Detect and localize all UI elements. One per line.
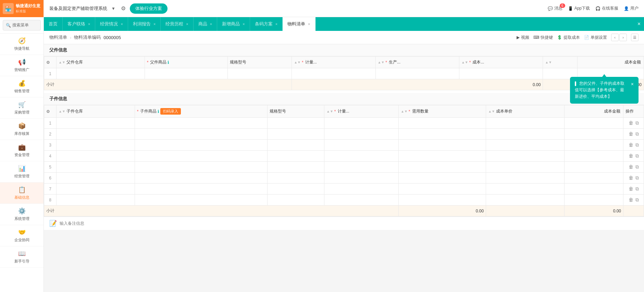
sidebar-item-ops[interactable]: 📊经营管理	[0, 161, 44, 183]
tab-customer[interactable]: 客户联络×	[63, 17, 95, 31]
delete-icon-6[interactable]: 🗑	[629, 175, 633, 181]
tab-barcode-close[interactable]: ×	[275, 22, 277, 26]
tab-newgoods[interactable]: 新增商品×	[217, 17, 250, 31]
copy-icon-1[interactable]: ⧉	[635, 120, 639, 126]
child-row-1-unit-cost[interactable]	[486, 118, 565, 129]
parent-row-1-spec[interactable]	[227, 68, 292, 79]
child-row-5-amount[interactable]	[564, 162, 623, 173]
child-row-8-product[interactable]	[135, 195, 267, 206]
delete-icon-7[interactable]: 🗑	[629, 186, 633, 192]
tab-history[interactable]: 经营历程×	[161, 17, 193, 31]
child-row-2-spec[interactable]	[267, 129, 324, 140]
copy-icon-3[interactable]: ⧉	[635, 142, 639, 148]
next-arrow-button[interactable]: ›	[619, 34, 627, 41]
sidebar-item-sales[interactable]: 💰销售管理	[0, 76, 44, 97]
system-dropdown-button[interactable]: ▼	[110, 5, 117, 12]
delete-icon-3[interactable]: 🗑	[629, 142, 633, 148]
child-row-7-amount[interactable]	[564, 184, 623, 195]
child-row-8-spec[interactable]	[267, 195, 324, 206]
sidebar-item-basic[interactable]: 📋基础信息	[0, 183, 44, 204]
child-row-2-unit-cost[interactable]	[486, 129, 565, 140]
child-row-3-spec[interactable]	[267, 140, 324, 151]
sidebar-item-purchase[interactable]: 🛒采购管理	[0, 97, 44, 119]
parent-row-1-unit[interactable]	[292, 68, 375, 79]
tab-bar-close-all[interactable]: ×	[634, 21, 644, 27]
sidebar-item-quicknav[interactable]: 🧭快捷导航	[0, 34, 44, 55]
delete-icon-2[interactable]: 🗑	[629, 131, 633, 137]
child-row-2-unit[interactable]	[324, 129, 399, 140]
child-row-7-spec[interactable]	[267, 184, 324, 195]
copy-icon-2[interactable]: ⧉	[635, 131, 639, 137]
child-row-3-unit[interactable]	[324, 140, 399, 151]
child-row-8-amount[interactable]	[564, 195, 623, 206]
parent-row-1-warehouse[interactable]	[57, 68, 145, 79]
trial-button[interactable]: 体验行业方案	[130, 3, 168, 14]
tab-goods[interactable]: 商品×	[194, 17, 217, 31]
child-row-1-amount[interactable]	[564, 118, 623, 129]
tab-history-close[interactable]: ×	[186, 22, 188, 26]
child-row-5-unit[interactable]	[324, 162, 399, 173]
tab-barcode[interactable]: 条码方案×	[250, 17, 283, 31]
search-menu-button[interactable]: 🔍 搜索菜单	[3, 20, 41, 31]
child-row-4-unit-cost[interactable]	[486, 151, 565, 162]
copy-icon-6[interactable]: ⧉	[635, 175, 639, 181]
child-row-6-qty[interactable]	[399, 173, 486, 184]
child-row-4-qty[interactable]	[399, 151, 486, 162]
child-row-7-unit[interactable]	[324, 184, 399, 195]
tab-goods-close[interactable]: ×	[210, 22, 212, 26]
copy-icon-7[interactable]: ⧉	[635, 186, 639, 192]
child-row-4-warehouse[interactable]	[57, 151, 135, 162]
child-row-1-unit[interactable]	[324, 118, 399, 129]
shortcut-button[interactable]: ⌨ 快捷键	[533, 35, 553, 40]
child-row-8-unit[interactable]	[324, 195, 399, 206]
child-row-2-qty[interactable]	[399, 129, 486, 140]
tab-biz[interactable]: 经营情况×	[95, 17, 128, 31]
delete-icon-1[interactable]: 🗑	[629, 120, 633, 126]
child-row-1-qty[interactable]	[399, 118, 486, 129]
child-row-4-unit[interactable]	[324, 151, 399, 162]
child-row-1-warehouse[interactable]	[57, 118, 135, 129]
child-row-8-warehouse[interactable]	[57, 195, 135, 206]
tab-home[interactable]: 首页	[44, 17, 63, 31]
scan-button[interactable]: 扫码录入	[160, 108, 181, 115]
tab-profit-close[interactable]: ×	[153, 22, 156, 26]
parent-row-1-cost[interactable]	[459, 68, 543, 79]
child-row-7-product[interactable]	[135, 184, 267, 195]
child-row-6-warehouse[interactable]	[57, 173, 135, 184]
child-gear-icon[interactable]: ⚙	[46, 109, 50, 114]
child-row-5-unit-cost[interactable]	[486, 162, 565, 173]
sidebar-item-system[interactable]: ⚙️系统管理	[0, 204, 44, 225]
sidebar-item-marketing[interactable]: 📢营销推广	[0, 55, 44, 76]
child-row-3-amount[interactable]	[564, 140, 623, 151]
tooltip-close-button[interactable]: ×	[631, 80, 634, 88]
tab-newgoods-close[interactable]: ×	[243, 22, 245, 26]
child-row-5-spec[interactable]	[267, 162, 324, 173]
tab-bom[interactable]: 物料清单×	[283, 17, 315, 31]
copy-icon-4[interactable]: ⧉	[635, 153, 639, 159]
tab-bom-close[interactable]: ×	[308, 22, 310, 26]
child-row-7-unit-cost[interactable]	[486, 184, 565, 195]
child-row-6-spec[interactable]	[267, 173, 324, 184]
child-row-1-spec[interactable]	[267, 118, 324, 129]
child-row-8-qty[interactable]	[399, 195, 486, 206]
child-row-7-qty[interactable]	[399, 184, 486, 195]
sidebar-item-inventory[interactable]: 📦库存核算	[0, 119, 44, 140]
view-video-button[interactable]: ▶ 视频	[517, 35, 529, 40]
menu-button[interactable]: ☰	[631, 34, 639, 41]
child-row-7-warehouse[interactable]	[57, 184, 135, 195]
delete-icon-5[interactable]: 🗑	[629, 164, 633, 170]
child-row-2-warehouse[interactable]	[57, 129, 135, 140]
settings-button[interactable]: ⚙	[120, 4, 127, 13]
app-download-button[interactable]: 📱 App下载	[568, 5, 590, 11]
child-row-3-unit-cost[interactable]	[486, 140, 565, 151]
child-row-8-unit-cost[interactable]	[486, 195, 565, 206]
child-row-3-warehouse[interactable]	[57, 140, 135, 151]
child-row-6-amount[interactable]	[564, 173, 623, 184]
sidebar-item-guide[interactable]: 📖新手引导	[0, 246, 44, 268]
prev-arrow-button[interactable]: ‹	[611, 34, 619, 41]
parent-row-1-product[interactable]	[145, 68, 227, 79]
child-row-6-unit[interactable]	[324, 173, 399, 184]
child-row-6-unit-cost[interactable]	[486, 173, 565, 184]
tab-customer-close[interactable]: ×	[88, 22, 90, 26]
sidebar-item-finance[interactable]: 💼资金管理	[0, 140, 44, 161]
